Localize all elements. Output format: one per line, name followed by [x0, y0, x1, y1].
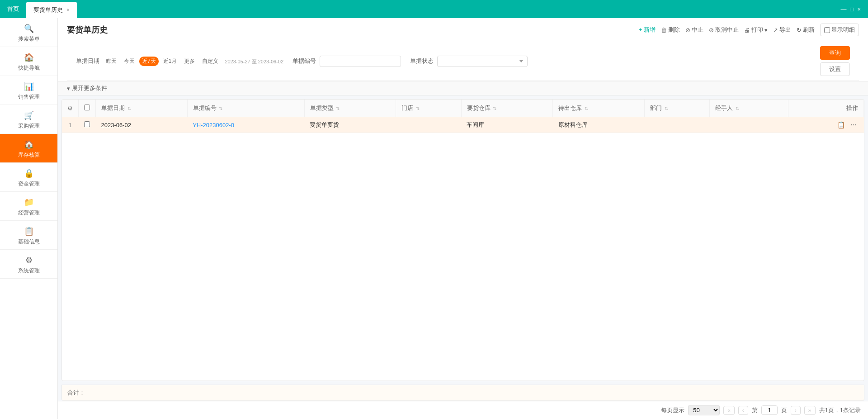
sidebar-item-nav[interactable]: 🏠 快捷导航: [0, 47, 57, 76]
date-filter-label: 单据日期: [76, 57, 99, 65]
minimize-icon[interactable]: —: [841, 6, 847, 13]
tab-home[interactable]: 首页: [0, 0, 26, 18]
finance-icon: 🔒: [24, 168, 34, 178]
row-store: [396, 117, 462, 133]
row-req-warehouse: 车间库: [461, 117, 553, 133]
sidebar-item-inventory[interactable]: 🏠 库存核算: [0, 134, 57, 163]
last-page-button[interactable]: »: [804, 406, 816, 415]
pagination: 每页显示 50 100 200 « ‹ 第 1 页 › » 共1页，1条记录: [58, 401, 868, 419]
row-doc-no[interactable]: YH-20230602-0: [187, 117, 304, 133]
sidebar-item-finance[interactable]: 🔒 资金管理: [0, 163, 57, 192]
row-more-icon[interactable]: ⋯: [849, 120, 859, 129]
display-detail-checkbox[interactable]: [824, 27, 830, 33]
refresh-button[interactable]: ↻ 刷新: [797, 26, 815, 34]
cancel-stop-icon: ⊘: [709, 27, 714, 33]
sidebar-item-search[interactable]: 🔍 搜索菜单: [0, 18, 57, 47]
date-btn-more[interactable]: 更多: [181, 57, 198, 66]
add-button[interactable]: + 新增: [639, 26, 656, 34]
status-select[interactable]: [437, 56, 528, 67]
export-button[interactable]: ↗ 导出: [773, 26, 791, 34]
sidebar-label-basic-info: 基础信息: [18, 238, 40, 246]
table-footer: 合计：: [61, 385, 864, 401]
row-edit-icon[interactable]: 📋: [835, 120, 847, 129]
operations-icon: 📁: [24, 197, 34, 207]
sort-icon-doc-type[interactable]: ⇅: [336, 106, 340, 111]
sidebar-label-operations: 经营管理: [18, 209, 40, 217]
column-operation: 操作: [788, 100, 864, 117]
per-page-select[interactable]: 50 100 200: [688, 405, 720, 415]
sort-icon-doc-date[interactable]: ⇅: [127, 106, 131, 111]
maximize-icon[interactable]: □: [850, 6, 854, 13]
main-layout: 🔍 搜索菜单 🏠 快捷导航 📊 销售管理 🛒 采购管理 🏠 库存核算 🔒 资金管…: [0, 18, 868, 419]
row-doc-date: 2023-06-02: [96, 117, 188, 133]
sort-icon-handler[interactable]: ⇅: [736, 106, 739, 111]
row-handler: [710, 117, 788, 133]
sidebar-item-operations[interactable]: 📁 经营管理: [0, 192, 57, 221]
row-checkbox[interactable]: [84, 121, 90, 127]
sort-icon-store[interactable]: ⇅: [416, 106, 420, 111]
column-settings[interactable]: ⚙: [62, 100, 79, 117]
sort-icon-department[interactable]: ⇅: [665, 106, 668, 111]
sidebar-item-sales[interactable]: 📊 销售管理: [0, 76, 57, 105]
prev-page-button[interactable]: ‹: [738, 406, 748, 415]
sidebar-label-finance: 资金管理: [18, 180, 40, 188]
table-container: ⚙ 单据日期 ⇅ 单据编号 ⇅ 单据类型: [61, 99, 864, 381]
expand-more-bar[interactable]: ▾ 展开更多条件: [58, 81, 868, 95]
export-icon: ↗: [773, 27, 778, 33]
date-btn-today[interactable]: 今天: [121, 57, 137, 66]
row-doc-type: 要货单要货: [304, 117, 396, 133]
column-handler: 经手人 ⇅: [710, 100, 788, 117]
sidebar-item-basic-info[interactable]: 📋 基础信息: [0, 221, 57, 250]
column-pending-warehouse: 待出仓库 ⇅: [553, 100, 645, 117]
column-department: 部门 ⇅: [644, 100, 710, 117]
page-title: 要货单历史: [67, 24, 108, 35]
column-store: 门店 ⇅: [396, 100, 462, 117]
system-icon: ⚙: [25, 255, 33, 265]
date-range-display: 2023-05-27 至 2023-06-02: [225, 58, 283, 65]
date-btn-custom[interactable]: 自定义: [199, 57, 221, 66]
date-btn-7days[interactable]: 近7天: [139, 57, 159, 66]
page-input[interactable]: 1: [761, 405, 778, 415]
per-page-label: 每页显示: [661, 406, 684, 414]
window-controls: — □ ×: [841, 6, 868, 13]
display-detail-button[interactable]: 显示明细: [820, 24, 859, 36]
next-page-button[interactable]: ›: [791, 406, 801, 415]
tab-requisition-history[interactable]: 要货单历史 ×: [26, 2, 77, 18]
print-dropdown-icon: ▾: [764, 27, 768, 33]
first-page-button[interactable]: «: [723, 406, 735, 415]
sidebar-label-inventory: 库存核算: [18, 151, 40, 159]
sidebar-label-search: 搜索菜单: [18, 35, 40, 43]
sort-icon-pending-warehouse[interactable]: ⇅: [585, 106, 588, 111]
column-doc-date: 单据日期 ⇅: [96, 100, 188, 117]
sort-icon-doc-no[interactable]: ⇅: [219, 106, 222, 111]
cancel-stop-button[interactable]: ⊘ 取消中止: [709, 26, 739, 34]
date-btn-yesterday[interactable]: 昨天: [103, 57, 119, 66]
settings-button[interactable]: 设置: [820, 62, 850, 76]
search-icon: 🔍: [24, 24, 34, 33]
filter-row: 单据日期 昨天 今天 近7天 近1月 更多 自定义 2023-05-27 至 2…: [67, 42, 859, 81]
row-operation: 📋 ⋯: [788, 117, 864, 133]
print-button[interactable]: 🖨 打印 ▾: [744, 26, 768, 34]
sidebar-item-purchase[interactable]: 🛒 采购管理: [0, 105, 57, 134]
status-filter-group: 单据状态: [410, 56, 528, 67]
sidebar-item-system[interactable]: ⚙ 系统管理: [0, 250, 57, 279]
footer-total-label: 合计：: [67, 389, 85, 397]
tab-close-icon[interactable]: ×: [66, 7, 70, 13]
total-info: 共1页，1条记录: [819, 406, 861, 414]
delete-button[interactable]: 🗑 删除: [661, 26, 680, 34]
doc-no-filter-group: 单据编号: [292, 56, 401, 67]
sidebar: 🔍 搜索菜单 🏠 快捷导航 📊 销售管理 🛒 采购管理 🏠 库存核算 🔒 资金管…: [0, 18, 58, 419]
stop-button[interactable]: ⊘ 中止: [685, 26, 703, 34]
doc-no-input[interactable]: [320, 56, 401, 67]
close-window-icon[interactable]: ×: [857, 6, 861, 13]
tab-requisition-label: 要货单历史: [33, 6, 63, 14]
purchase-icon: 🛒: [24, 110, 34, 120]
page-title-row: 要货单历史 + 新增 🗑 删除 ⊘ 中止 ⊘ 取消中止: [67, 24, 859, 36]
row-num: 1: [62, 117, 79, 133]
query-button[interactable]: 查询: [820, 46, 850, 60]
sidebar-label-purchase: 采购管理: [18, 122, 40, 130]
select-all-checkbox[interactable]: [84, 105, 90, 110]
date-btn-1month[interactable]: 近1月: [160, 57, 180, 66]
chevron-down-icon: ▾: [67, 85, 70, 92]
sort-icon-req-warehouse[interactable]: ⇅: [493, 106, 496, 111]
